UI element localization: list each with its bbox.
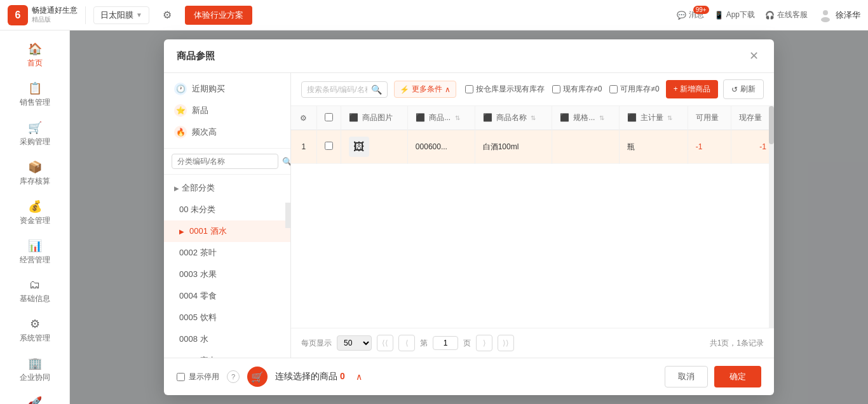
row-checkbox[interactable] xyxy=(325,142,333,150)
modal-close-button[interactable]: ✕ xyxy=(746,48,761,64)
message-icon-item[interactable]: 💬 消息 99+ xyxy=(677,10,704,20)
checkbox-existing-stock-input[interactable] xyxy=(552,85,560,93)
nav-selector[interactable]: 日太阳膜 ▼ xyxy=(93,6,149,24)
trial-button[interactable]: 体验行业方案 xyxy=(185,6,252,25)
add-product-button[interactable]: + 新增商品 xyxy=(666,80,718,98)
sidebar-item-enterprise[interactable]: 🏢 企业协同 xyxy=(0,350,69,389)
user-avatar[interactable]: 徐泽华 xyxy=(818,8,860,23)
category-item-00[interactable]: 00 未分类 xyxy=(164,199,290,220)
collapse-selected-icon[interactable]: ∧ xyxy=(353,370,365,383)
help-icon[interactable]: ? xyxy=(227,370,240,383)
finance-icon: 💰 xyxy=(28,199,42,213)
last-page-button[interactable]: ⟩⟩ xyxy=(498,335,514,351)
dropdown-arrow-icon: ▼ xyxy=(136,11,142,18)
sidebar-item-purchase[interactable]: 🛒 采购管理 xyxy=(0,114,69,154)
product-search-input[interactable] xyxy=(307,85,367,94)
quick-item-new[interactable]: ⭐ 新品 xyxy=(164,100,290,121)
headset-icon: 🎧 xyxy=(765,11,775,20)
modal-body: 🕐 近期购买 ⭐ 新品 🔥 频次高 xyxy=(164,73,774,358)
checkbox-show-stock-input[interactable] xyxy=(465,85,473,93)
scrollbar-thumb[interactable] xyxy=(769,106,774,144)
filter-more-button[interactable]: ⚡ 更多条件 ∧ xyxy=(394,81,456,98)
page-size-select[interactable]: 50 20 100 xyxy=(337,335,372,351)
message-badge: 99+ xyxy=(693,6,709,14)
online-service-item[interactable]: 🎧 在线客服 xyxy=(765,10,808,20)
refresh-icon: ↺ xyxy=(731,85,738,94)
enterprise-icon: 🏢 xyxy=(28,356,42,370)
sidebar-item-operation[interactable]: 📊 经营管理 xyxy=(0,232,69,272)
collapse-panel-button[interactable]: 《 xyxy=(285,203,291,228)
sort-name-icon[interactable]: ⇅ xyxy=(531,114,536,121)
next-page-button[interactable]: ⟩ xyxy=(476,335,492,351)
checkbox-available-stock[interactable]: 可用库存≠0 xyxy=(609,84,659,95)
chevron-up-icon: ∧ xyxy=(445,85,451,94)
table-row[interactable]: 1 🖼 000600... xyxy=(291,130,774,164)
product-table-wrap: ⚙ ⬛ 商品图片 xyxy=(291,106,774,328)
logo-icon: 6 xyxy=(8,5,28,25)
avatar-icon xyxy=(818,8,833,23)
prev-page-button[interactable]: ⟨ xyxy=(398,335,415,351)
category-item-0002[interactable]: 0002 茶叶 xyxy=(164,242,290,264)
category-item-0010[interactable]: 0010 家电 xyxy=(164,350,290,358)
category-item-0001[interactable]: ▶ 0001 酒水 xyxy=(164,220,290,242)
sidebar-item-finance[interactable]: 💰 资金管理 xyxy=(0,193,69,232)
category-item-0005[interactable]: 0005 饮料 xyxy=(164,307,290,328)
sidebar-item-basic[interactable]: 🗂 基础信息 xyxy=(0,272,69,311)
search-icon[interactable]: 🔍 xyxy=(371,84,382,95)
sort-unit-icon[interactable]: ⇅ xyxy=(667,114,672,121)
page-number-input[interactable] xyxy=(433,336,458,350)
checkbox-filters: 按仓库显示现有库存 现有库存≠0 可用库存≠0 xyxy=(465,84,660,95)
sort-code-icon[interactable]: ⇅ xyxy=(455,114,460,121)
page-summary: 共1页，1条记录 xyxy=(710,338,764,349)
td-stock: -1 xyxy=(731,130,774,164)
td-code: 000600... xyxy=(407,130,475,164)
selected-count-label: 连续选择的商品 0 xyxy=(275,371,345,382)
th-settings[interactable]: ⚙ xyxy=(291,106,316,130)
app-download-item[interactable]: 📱 App下载 xyxy=(714,10,755,20)
clock-icon: 🕐 xyxy=(174,83,187,95)
sidebar-item-sales[interactable]: 📋 销售管理 xyxy=(0,75,69,114)
sort-spec-icon[interactable]: ⇅ xyxy=(599,114,604,121)
nav-divider xyxy=(85,6,86,24)
settings-icon[interactable]: ⚙ xyxy=(157,5,177,25)
show-disabled-label[interactable]: 显示停用 xyxy=(177,372,219,382)
sidebar-item-system[interactable]: ⚙ 系统管理 xyxy=(0,311,69,350)
logo-area: 6 畅捷通好生意 精品版 xyxy=(8,5,78,25)
first-page-button[interactable]: ⟨⟨ xyxy=(377,335,393,351)
system-icon: ⚙ xyxy=(30,317,40,331)
category-search-input[interactable] xyxy=(172,154,278,169)
checkbox-existing-stock[interactable]: 现有库存≠0 xyxy=(552,84,602,95)
quick-item-recent[interactable]: 🕐 近期购买 xyxy=(164,78,290,100)
category-item-0003[interactable]: 0003 水果 xyxy=(164,264,290,285)
checkbox-available-stock-input[interactable] xyxy=(609,85,618,93)
th-name: ⬛ 商品名称 ⇅ xyxy=(475,106,552,130)
cart-icon[interactable]: 🛒 xyxy=(247,367,268,387)
th-available: 可用量 xyxy=(688,106,731,130)
category-item-all[interactable]: ▶ 全部分类 xyxy=(164,177,290,199)
column-settings-icon[interactable]: ⚙ xyxy=(300,114,307,123)
quick-item-frequent[interactable]: 🔥 频次高 xyxy=(164,121,290,143)
cancel-button[interactable]: 取消 xyxy=(665,366,708,387)
modal-title: 商品参照 xyxy=(177,50,215,62)
product-reference-modal: 商品参照 ✕ 🕐 近期购买 ⭐ xyxy=(164,39,774,395)
scrollbar-track[interactable] xyxy=(769,106,774,328)
confirm-button[interactable]: 确定 xyxy=(714,366,761,387)
td-image: 🖼 xyxy=(341,130,407,164)
refresh-button[interactable]: ↺ 刷新 xyxy=(723,79,764,99)
category-item-0008[interactable]: 0008 水 xyxy=(164,328,290,350)
category-search-icon[interactable]: 🔍 xyxy=(282,157,291,166)
modal-footer: 显示停用 ? 🛒 连续选择的商品 0 ∧ 取消 确定 xyxy=(164,358,774,395)
sidebar-item-home[interactable]: 🏠 首页 xyxy=(0,36,69,75)
action-buttons: + 新增商品 ↺ 刷新 xyxy=(666,79,764,99)
svg-point-1 xyxy=(821,17,830,22)
sidebar-item-guide[interactable]: 🚀 新手引导 xyxy=(0,389,69,404)
checkbox-show-stock[interactable]: 按仓库显示现有库存 xyxy=(465,84,545,95)
category-search-bar: 🔍 xyxy=(164,149,290,175)
category-item-0004[interactable]: 0004 零食 xyxy=(164,285,290,307)
select-all-checkbox[interactable] xyxy=(325,113,333,121)
show-disabled-checkbox[interactable] xyxy=(177,373,185,381)
sidebar-item-inventory[interactable]: 📦 库存核算 xyxy=(0,154,69,193)
td-checkbox xyxy=(316,130,341,164)
active-arrow-icon: ▶ xyxy=(179,228,184,235)
modal-overlay: 商品参照 ✕ 🕐 近期购买 ⭐ xyxy=(70,30,868,404)
